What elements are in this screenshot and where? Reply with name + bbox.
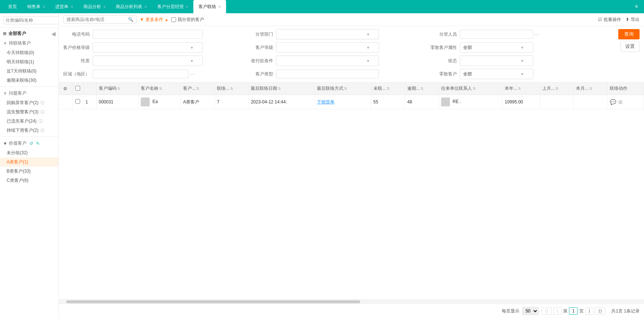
page-navigation: ⟨⟨ ⟨ 第 1 页 ⟩ ⟩⟩ xyxy=(541,307,606,315)
status-arrow-icon: ▼ xyxy=(520,59,524,63)
first-page-button[interactable]: ⟨⟨ xyxy=(541,307,552,315)
status-select[interactable]: ▼ xyxy=(460,56,533,66)
dept-select[interactable]: ▼ xyxy=(276,29,379,39)
prev-page-button[interactable]: ⟨ xyxy=(553,307,562,315)
select-all-checkbox[interactable] xyxy=(75,86,80,91)
row-action-cell: 💬 ⊞ xyxy=(608,95,644,109)
sidebar-item-overdue-contact[interactable]: 逾期未联络(30) xyxy=(0,76,58,85)
nav-product-analysis-close[interactable]: × xyxy=(103,4,105,9)
sidebar-item-declining[interactable]: 持续下滑客户(2) ⓘ xyxy=(0,126,58,135)
sidebar-item-a-class[interactable]: A类客户(1) xyxy=(0,158,58,167)
sidebar: 🔍 ⊞ 全部客户 ◀ ▼ 待联络客户 今天待联络(0) 明天待联络(1) 近7天… xyxy=(0,13,59,318)
nav-purchase[interactable]: 进货单 × xyxy=(50,0,78,13)
nav-customer-tier[interactable]: 客户分层经营 × xyxy=(152,0,193,13)
row-checkbox[interactable] xyxy=(75,99,80,104)
edit-icon[interactable]: ✎ xyxy=(36,141,40,146)
sidebar-item-today-pending[interactable]: 今天待联络(0) xyxy=(0,48,58,57)
last-page-button[interactable]: ⟩⟩ xyxy=(595,307,605,315)
close-all-tabs[interactable]: × xyxy=(632,3,641,10)
nav-customer-tier-close[interactable]: × xyxy=(186,4,188,9)
th-overdue[interactable]: 逾期... ⇅ xyxy=(405,82,439,95)
last-contact-method-link[interactable]: 下销货单 xyxy=(317,99,334,105)
nav-purchase-close[interactable]: × xyxy=(71,4,73,9)
th-name[interactable]: 客户名称 ⇅ xyxy=(139,82,181,95)
toolbar-search-icon[interactable]: 🔍 xyxy=(128,17,133,22)
sidebar-item-week-pending[interactable]: 近7天待联络(0) xyxy=(0,67,58,76)
retail-customer-select[interactable]: 全部 ▼ xyxy=(460,69,533,79)
price-level-select[interactable]: ▼ xyxy=(93,42,203,53)
nav-sales-close[interactable]: × xyxy=(43,4,45,9)
my-customer-checkbox[interactable] xyxy=(171,17,176,22)
nav-sales[interactable]: 销售单 × xyxy=(22,0,50,13)
horizontal-scrollbar[interactable] xyxy=(59,299,644,304)
sidebar-section-problem[interactable]: ▼ 问题客户 xyxy=(0,88,58,98)
th-category[interactable]: 客户... ⇅ xyxy=(181,82,215,95)
category-sort-icon: ⇅ xyxy=(196,86,199,91)
manager-label: 分管人员 xyxy=(430,31,460,38)
row-uncontacted-cell: 55 xyxy=(371,95,405,109)
filter-field-manager: 分管人员 ··· xyxy=(430,30,614,39)
row-last-contact-method-cell[interactable]: 下销货单 xyxy=(315,95,371,109)
row-checkbox-cell[interactable] xyxy=(72,95,83,109)
phone-input[interactable] xyxy=(93,30,203,39)
settings-icon[interactable]: ⚙ xyxy=(63,86,67,91)
link-icon[interactable]: ⊞ xyxy=(618,99,623,105)
pending-arrow-icon: ▼ xyxy=(3,41,7,46)
sidebar-item-churned[interactable]: 已流失客户(24) ⓘ xyxy=(0,117,58,126)
region-input[interactable] xyxy=(93,70,188,78)
nature-arrow-icon: ▼ xyxy=(190,59,194,63)
th-this-month[interactable]: 本月... ⇅ xyxy=(574,82,608,95)
region-dots-button[interactable]: ··· xyxy=(188,71,196,77)
manager-dots-button[interactable]: ··· xyxy=(533,31,541,37)
th-unit-contact[interactable]: 往来单位联系人 ⇅ xyxy=(439,82,502,95)
filter-icon: ▼ xyxy=(140,17,144,22)
payment-select[interactable]: ▼ xyxy=(276,56,379,66)
th-last-contact-date[interactable]: 最后联络日期 ⇅ xyxy=(248,82,315,95)
export-button[interactable]: ⬆ 导出 xyxy=(626,17,640,23)
th-code[interactable]: 客户编码 ⇅ xyxy=(96,82,139,95)
batch-operation-button[interactable]: ☑ 批量操作 xyxy=(598,17,621,23)
nav-home[interactable]: 首页 xyxy=(3,0,22,13)
refresh-icon[interactable]: ↺ xyxy=(29,141,33,146)
sidebar-item-tomorrow-pending[interactable]: 明天待联络(1) xyxy=(0,57,58,67)
filter-field-retail-attr: 零散客户属性 全部 ▼ xyxy=(430,42,614,53)
scrollbar-thumb[interactable] xyxy=(66,300,360,303)
th-uncontacted[interactable]: 未联... ⇅ xyxy=(371,82,405,95)
toolbar-search-input[interactable] xyxy=(67,17,128,22)
customer-level-select[interactable]: ▼ xyxy=(276,42,379,53)
my-customer-checkbox-container[interactable]: 我分管的客户 xyxy=(171,17,204,23)
more-filter-button[interactable]: ▼ 更多条件 ▲ xyxy=(140,17,168,23)
th-checkbox[interactable] xyxy=(72,82,83,95)
nav-customer-contact[interactable]: 客户联络 × xyxy=(193,0,226,13)
manager-input[interactable] xyxy=(460,30,533,39)
retail-attr-label: 零散客户属性 xyxy=(430,45,460,51)
sidebar-item-repurchase-abnormal[interactable]: 回购异常客户(2) ⓘ xyxy=(0,98,58,107)
th-last-contact-method[interactable]: 最后联络方式 ⇅ xyxy=(315,82,371,95)
sidebar-search-input[interactable] xyxy=(3,16,59,24)
filter-row-2: 客户价格等级 ▼ 客户等级 ▼ xyxy=(63,42,614,53)
query-button[interactable]: 查询 xyxy=(618,29,640,39)
nav-product-analysis[interactable]: 商品分析 × xyxy=(78,0,111,13)
th-settings[interactable]: ⚙ xyxy=(59,82,72,95)
next-page-button[interactable]: ⟩ xyxy=(585,307,594,315)
settings-button[interactable]: 设置 xyxy=(620,41,640,52)
nav-product-analysis-list[interactable]: 商品分析列表 × xyxy=(111,0,152,13)
retail-attr-select[interactable]: 全部 ▼ xyxy=(460,42,533,53)
nature-select[interactable]: ▼ xyxy=(93,56,203,66)
page-size-select[interactable]: 50 xyxy=(522,307,539,315)
sidebar-section-pending[interactable]: ▼ 待联络客户 xyxy=(0,38,58,48)
th-this-year[interactable]: 本年... ⇅ xyxy=(502,82,540,95)
content-area: 🔍 ▼ 更多条件 ▲ 我分管的客户 ☑ 批量操作 ⬆ 导出 xyxy=(59,13,644,318)
chat-icon[interactable]: 💬 xyxy=(610,99,616,105)
sidebar-item-c-class[interactable]: C类客户(6) xyxy=(0,176,58,185)
nav-customer-contact-close[interactable]: × xyxy=(218,4,221,9)
th-last-month[interactable]: 上月... ⇅ xyxy=(540,82,573,95)
th-contact[interactable]: 联络... ⇅ xyxy=(215,82,248,95)
sidebar-collapse-icon[interactable]: ◀ xyxy=(51,31,56,37)
sidebar-item-b-class[interactable]: B类客户(33) xyxy=(0,167,58,176)
sidebar-item-ungrouped[interactable]: 未分组(32) xyxy=(0,148,58,158)
customer-type-input[interactable] xyxy=(276,70,379,78)
nav-product-analysis-list-close[interactable]: × xyxy=(144,4,147,9)
sidebar-item-churn-warning[interactable]: 流失预警客户(3) ⓘ xyxy=(0,107,58,117)
row-this-year-cell: 10995.00 xyxy=(502,95,540,109)
